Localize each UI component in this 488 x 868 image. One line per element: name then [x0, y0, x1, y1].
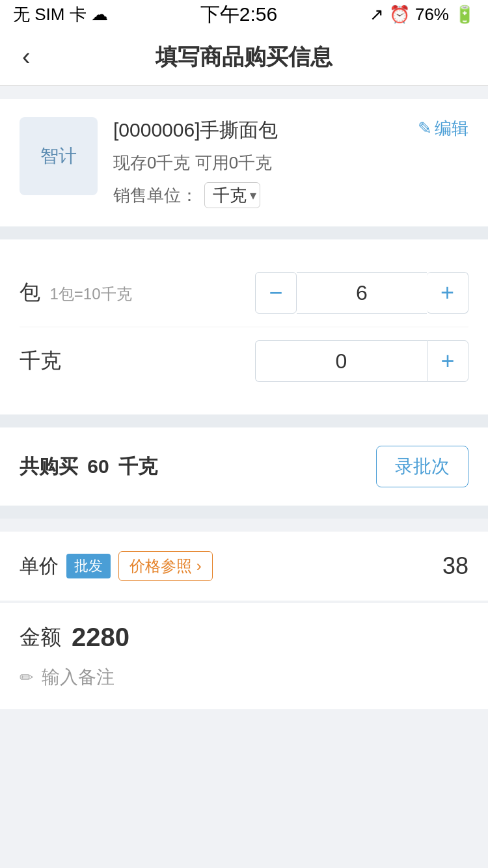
qty-control-bao: − +: [255, 272, 468, 314]
total-amount: 60: [87, 455, 109, 477]
qty-control-kg: +: [255, 340, 468, 382]
note-row[interactable]: ✏ 输入备注: [20, 665, 468, 690]
qty-row-bao: 包 1包=10千克 − +: [20, 259, 468, 327]
unit-label: 销售单位：: [113, 184, 198, 207]
qty-label-kg: 千克: [20, 347, 61, 375]
price-value: 38: [442, 552, 468, 580]
price-section: 单价 批发 价格参照 › 38: [0, 532, 488, 601]
qty-input-kg[interactable]: [255, 340, 427, 382]
amount-label: 金额: [20, 623, 61, 652]
edit-button[interactable]: ✎ 编辑: [418, 117, 468, 140]
signal-icon: ↗: [370, 5, 384, 25]
total-text: 共购买 60 千克: [20, 454, 157, 480]
total-prefix: 共购买: [20, 455, 78, 477]
product-stock: 现存0千克 可用0千克: [113, 152, 468, 174]
price-tag: 批发: [66, 554, 111, 578]
batch-button[interactable]: 录批次: [376, 446, 468, 487]
product-image: 智计: [20, 117, 98, 195]
price-label: 单价: [20, 553, 59, 580]
unit-select-wrap[interactable]: 千克: [204, 182, 260, 208]
unit-select[interactable]: 千克: [204, 182, 260, 208]
product-logo: 智计: [40, 144, 77, 169]
status-left: 无 SIM 卡 ☁: [13, 3, 108, 26]
price-row: 单价 批发 价格参照 › 38: [20, 551, 468, 581]
divider-3: [0, 506, 488, 519]
back-button[interactable]: ‹: [16, 36, 37, 77]
total-unit: 千克: [118, 455, 157, 477]
edit-label: 编辑: [435, 117, 468, 140]
sim-label: 无 SIM 卡 ☁: [13, 3, 108, 26]
qty-plus-kg[interactable]: +: [427, 340, 468, 382]
product-info: [0000006]手撕面包 ✎ 编辑 现存0千克 可用0千克 销售单位： 千克: [113, 117, 468, 208]
page-title: 填写商品购买信息: [156, 42, 332, 72]
product-unit-row: 销售单位： 千克: [113, 182, 468, 208]
qty-minus-bao[interactable]: −: [255, 272, 297, 314]
product-card: 智计 [0000006]手撕面包 ✎ 编辑 现存0千克 可用0千克 销售单位： …: [0, 99, 488, 226]
amount-value: 2280: [72, 623, 129, 652]
battery-label: 76%: [415, 5, 449, 25]
battery-icon: 🔋: [454, 5, 475, 25]
status-bar: 无 SIM 卡 ☁ 下午2:56 ↗ ⏰ 76% 🔋: [0, 0, 488, 29]
nav-bar: ‹ 填写商品购买信息: [0, 29, 488, 86]
status-right: ↗ ⏰ 76% 🔋: [370, 5, 475, 25]
qty-input-bao[interactable]: [297, 272, 427, 314]
qty-row-kg: 千克 +: [20, 327, 468, 395]
status-time: 下午2:56: [200, 1, 277, 28]
product-name: [0000006]手撕面包: [113, 117, 278, 144]
note-placeholder[interactable]: 输入备注: [42, 665, 115, 690]
divider-1: [0, 226, 488, 239]
amount-row: 金额 2280: [20, 623, 468, 652]
price-left: 单价 批发 价格参照 ›: [20, 551, 213, 581]
quantity-section: 包 1包=10千克 − + 千克 +: [0, 239, 488, 414]
amount-section: 金额 2280 ✏ 输入备注: [0, 603, 488, 709]
main-content: [0, 709, 488, 868]
qty-plus-bao[interactable]: +: [427, 272, 468, 314]
total-section: 共购买 60 千克 录批次: [0, 427, 488, 506]
alarm-icon: ⏰: [389, 5, 410, 25]
price-ref-button[interactable]: 价格参照 ›: [118, 551, 213, 581]
edit-icon: ✎: [418, 118, 432, 139]
qty-label-bao: 包 1包=10千克: [20, 278, 132, 307]
divider-2: [0, 414, 488, 427]
pencil-icon: ✏: [20, 668, 34, 688]
